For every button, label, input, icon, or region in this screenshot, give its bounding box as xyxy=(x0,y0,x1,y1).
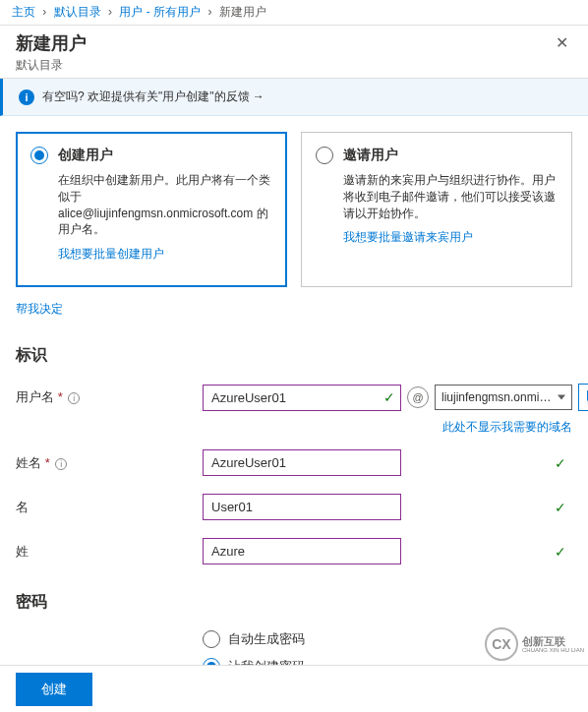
first-name-input[interactable] xyxy=(203,494,401,520)
create-user-radio[interactable] xyxy=(30,147,48,164)
bulk-invite-link[interactable]: 我想要批量邀请来宾用户 xyxy=(343,229,558,246)
watermark: CX 创新互联 CHUANG XIN HU LIAN xyxy=(485,627,584,661)
last-name-row: 姓 ✓ xyxy=(16,538,572,564)
password-section-title: 密码 xyxy=(16,592,572,613)
invite-user-desc: 邀请新的来宾用户与组织进行协作。用户将收到电子邮件邀请，他们可以接受该邀请以开始… xyxy=(343,172,558,221)
bulk-create-link[interactable]: 我想要批量创建用户 xyxy=(58,246,272,263)
copy-button[interactable] xyxy=(578,384,588,411)
footer-bar: 创建 xyxy=(0,665,588,712)
auto-generate-radio[interactable] xyxy=(203,630,220,648)
invite-user-title: 邀请用户 xyxy=(343,147,558,164)
username-row: 用户名 * i ✓ @ liujinfengmsn.onmicrosoft...… xyxy=(16,384,572,411)
name-label: 姓名 * i xyxy=(16,454,203,472)
domain-select[interactable]: liujinfengmsn.onmicrosoft.... xyxy=(435,385,572,410)
breadcrumb: 主页 › 默认目录 › 用户 - 所有用户 › 新建用户 xyxy=(0,0,588,25)
info-icon[interactable]: i xyxy=(68,392,80,404)
help-me-decide-link[interactable]: 帮我决定 xyxy=(16,301,572,318)
chevron-right-icon: › xyxy=(42,5,46,19)
feedback-info-bar[interactable]: i 有空吗? 欢迎提供有关"用户创建"的反馈 → xyxy=(0,79,588,116)
chevron-right-icon: › xyxy=(207,5,211,19)
create-user-title: 创建用户 xyxy=(58,147,272,164)
page-title: 新建用户 xyxy=(16,31,87,55)
first-name-row: 名 ✓ xyxy=(16,494,572,520)
info-icon[interactable]: i xyxy=(55,458,67,470)
name-row: 姓名 * i ✓ xyxy=(16,449,572,476)
panel-header: 新建用户 默认目录 ✕ xyxy=(0,26,588,79)
identity-section-title: 标识 xyxy=(16,345,572,366)
watermark-logo-icon: CX xyxy=(485,627,518,661)
check-icon: ✓ xyxy=(555,544,566,560)
last-name-input[interactable] xyxy=(203,538,401,564)
chevron-right-icon: › xyxy=(108,5,112,19)
last-name-label: 姓 xyxy=(16,543,203,561)
domain-not-shown-link[interactable]: 此处不显示我需要的域名 xyxy=(16,419,572,436)
info-icon: i xyxy=(19,89,34,105)
breadcrumb-users[interactable]: 用户 - 所有用户 xyxy=(119,5,201,19)
breadcrumb-directory[interactable]: 默认目录 xyxy=(54,5,101,19)
invite-user-radio[interactable] xyxy=(316,147,333,164)
first-name-label: 名 xyxy=(16,499,203,516)
invite-user-card[interactable]: 邀请用户 邀请新的来宾用户与组织进行协作。用户将收到电子邮件邀请，他们可以接受该… xyxy=(301,132,572,287)
breadcrumb-current: 新建用户 xyxy=(219,5,266,19)
create-button[interactable]: 创建 xyxy=(16,673,92,706)
user-type-options: 创建用户 在组织中创建新用户。此用户将有一个类似于 alice@liujinfe… xyxy=(16,132,572,287)
username-input[interactable] xyxy=(203,385,401,411)
breadcrumb-home[interactable]: 主页 xyxy=(12,5,35,19)
auto-generate-label: 自动生成密码 xyxy=(228,630,305,648)
feedback-text: 有空吗? 欢迎提供有关"用户创建"的反馈 → xyxy=(42,89,265,105)
page-subtitle: 默认目录 xyxy=(16,57,87,74)
check-icon: ✓ xyxy=(555,500,566,515)
create-user-desc: 在组织中创建新用户。此用户将有一个类似于 alice@liujinfengmsn… xyxy=(58,172,272,238)
check-icon: ✓ xyxy=(555,455,566,471)
name-input[interactable] xyxy=(203,449,401,476)
at-separator-icon: @ xyxy=(407,386,429,408)
watermark-text: 创新互联 CHUANG XIN HU LIAN xyxy=(522,635,584,654)
form-content: 创建用户 在组织中创建新用户。此用户将有一个类似于 alice@liujinfe… xyxy=(0,116,588,684)
username-label: 用户名 * i xyxy=(16,388,203,406)
close-icon[interactable]: ✕ xyxy=(552,31,572,54)
create-user-card[interactable]: 创建用户 在组织中创建新用户。此用户将有一个类似于 alice@liujinfe… xyxy=(16,132,287,287)
